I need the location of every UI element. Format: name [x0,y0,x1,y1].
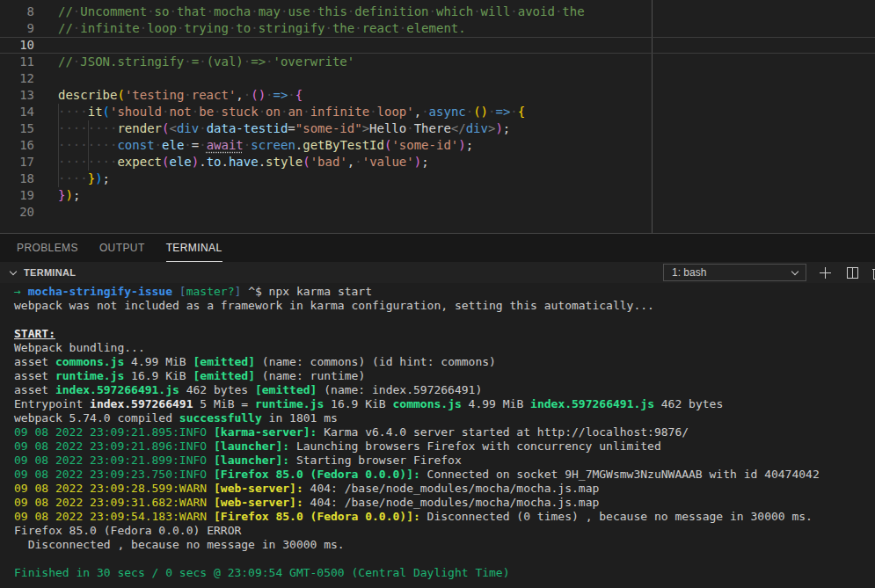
indent-guide [88,120,89,137]
line-number: 15 [0,120,53,137]
shell-selector-value: 1: bash [672,266,706,279]
chevron-down-icon [791,268,798,275]
line-number: 17 [0,154,53,171]
code-line[interactable]: 20 [0,204,875,221]
terminal-line: Entrypoint index.597266491 5 MiB = runti… [14,397,875,411]
plus-icon [820,267,831,279]
chevron-down-icon[interactable] [10,268,17,275]
new-terminal-button[interactable] [813,262,836,283]
terminal-section-title: TERMINAL [24,267,76,278]
terminal-line: webpack was not included as a framework … [14,299,875,313]
code-line[interactable]: 14····it('should·not·be·stuck·on·an·infi… [0,104,875,120]
terminal-line: → mocha-stringify-issue [master?] ^$ npx… [14,285,875,299]
tab-terminal[interactable]: TERMINAL [166,234,222,262]
terminal-line: asset runtime.js 16.9 KiB [emitted] (nam… [14,369,875,383]
terminal-line: Finished in 30 secs / 0 secs @ 23:09:54 … [14,566,875,580]
indent-guide [58,171,59,187]
tab-output[interactable]: OUTPUT [99,234,145,262]
terminal-line: Firefox 85.0 (Fedora 0.0.0) ERROR [14,524,875,538]
line-number: 19 [0,187,53,204]
code-line[interactable]: 10 [0,37,875,54]
kill-terminal-button[interactable] [865,262,875,283]
line-number: 12 [0,70,53,87]
code-line[interactable]: 19}); [0,187,875,204]
terminal-line: START: [14,327,875,341]
indent-guide [58,137,59,154]
line-number: 16 [0,137,53,154]
terminal-line: 09 08 2022 23:09:21.896:INFO [launcher]:… [14,439,875,454]
terminal-line: 09 08 2022 23:09:31.682:WARN [web-server… [14,496,875,510]
terminal-line: 09 08 2022 23:09:23.750:INFO [Firefox 85… [14,468,875,482]
panel-tab-bar: PROBLEMS OUTPUT TERMINAL [0,234,875,262]
terminal-line: 09 08 2022 23:09:28.599:WARN [web-server… [14,482,875,496]
terminal-line: asset commons.js 4.99 MiB [emitted] (nam… [14,355,875,369]
bottom-panel: PROBLEMS OUTPUT TERMINAL TERMINAL 1: bas… [0,233,875,588]
line-number: 8 [0,4,53,20]
indent-guide [88,137,89,154]
line-number: 9 [0,20,53,37]
terminal-line: 09 08 2022 23:09:54.183:WARN [Firefox 85… [14,510,875,524]
code-editor[interactable]: 78//·Uncomment·so·that·mocha·may·use·thi… [0,0,875,233]
terminal-shell-selector[interactable]: 1: bash [663,264,806,281]
indent-guide [58,120,59,137]
indent-guide [58,154,59,171]
line-number: 10 [0,38,53,53]
line-number: 11 [0,54,53,70]
code-line[interactable]: 16········const·ele·=·await·screen.getBy… [0,137,875,154]
line-number: 13 [0,87,53,104]
terminal-line: webpack 5.74.0 compiled successfully in … [14,411,875,425]
line-number: 20 [0,204,53,221]
code-line[interactable]: 8//·Uncomment·so·that·mocha·may·use·this… [0,4,875,20]
terminal-line: asset index.597266491.js 462 bytes [emit… [14,383,875,397]
terminal-line: 09 08 2022 23:09:21.895:INFO [karma-serv… [14,425,875,439]
terminal-line [14,313,875,327]
code-line[interactable]: 13describe('testing·react',·()·=>·{ [0,87,875,104]
terminal-section-header[interactable]: TERMINAL 1: bash [0,262,875,283]
split-icon [847,267,858,279]
code-line[interactable]: 18····}); [0,171,875,187]
code-line[interactable]: 15········render(<div·data-testid="some-… [0,120,875,137]
trash-icon [872,267,875,279]
code-line[interactable]: 17········expect(ele).to.have.style('bad… [0,154,875,171]
terminal-output[interactable]: → mocha-stringify-issue [master?] ^$ npx… [0,283,875,588]
terminal-line: 09 08 2022 23:09:21.899:INFO [launcher]:… [14,454,875,468]
terminal-line: Webpack bundling... [14,341,875,355]
code-line[interactable]: 12 [0,70,875,87]
terminal-line: Disconnected , because no message in 300… [14,538,875,552]
code-line[interactable]: 11//·JSON.stringify·=·(val)·=>·'overwrit… [0,54,875,70]
terminal-line [14,552,875,566]
code-line[interactable]: 9//·infinite·loop·trying·to·stringify·th… [0,20,875,37]
line-number: 18 [0,171,53,187]
indent-guide [58,104,59,120]
tab-problems[interactable]: PROBLEMS [17,234,78,262]
line-number: 14 [0,104,53,120]
editor-lines: 78//·Uncomment·so·that·mocha·may·use·thi… [0,0,875,221]
indent-guide [88,154,89,171]
split-terminal-button[interactable] [841,262,864,283]
